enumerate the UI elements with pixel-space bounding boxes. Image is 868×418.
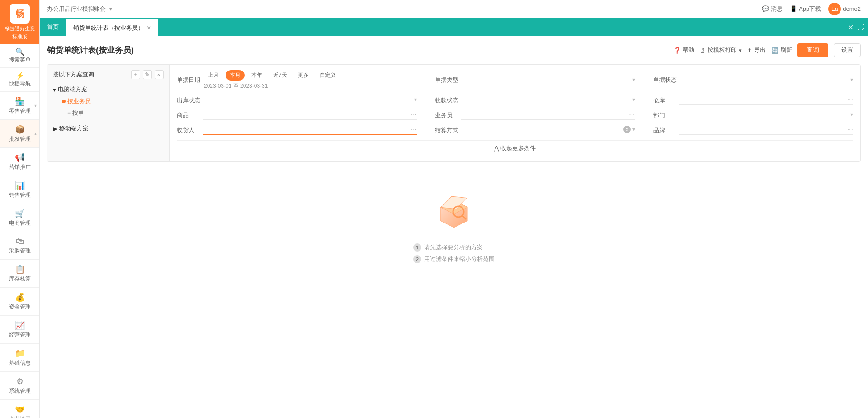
refresh-button[interactable]: 🔄 刷新 — [771, 46, 792, 54]
empty-tip-2: 2 用过滤条件来缩小分析范围 — [413, 255, 495, 263]
scheme-sub-item-by-order[interactable]: ≡ 按单 — [53, 107, 164, 119]
sidebar-item-sales[interactable]: 📊 销售管理 — [0, 176, 39, 204]
tab-close-button[interactable]: ✕ — [146, 25, 151, 31]
enterprise-icon: 🤝 — [15, 404, 25, 414]
sidebar-item-purchase[interactable]: 🛍 采购管理 — [0, 232, 39, 260]
sidebar-item-retail[interactable]: 🏪 零售管理 ▾ — [0, 92, 39, 120]
sidebar-item-operations[interactable]: 📈 经营管理 — [0, 316, 39, 344]
receipt-label: 收款状态 — [435, 96, 458, 104]
collapse-panel-button[interactable]: « — [155, 70, 164, 79]
date-btn-this-month[interactable]: 本月 — [226, 70, 245, 81]
collapse-icon: ⋀ — [494, 145, 499, 152]
sidebar-item-enterprise[interactable]: 🤝 企业协同 — [0, 400, 39, 418]
goods-dots[interactable]: ··· — [411, 110, 417, 119]
sidebar-item-ecommerce[interactable]: 🛒 电商管理 — [0, 204, 39, 232]
template-print-label: 按模板打印 — [708, 46, 737, 54]
app-download-button[interactable]: 📱 App下载 — [790, 5, 821, 13]
date-btn-7days[interactable]: 近7天 — [269, 70, 291, 81]
sidebar-item-wholesale[interactable]: 📦 批发管理 ▴ — [0, 120, 39, 148]
filter-row-4: 收货人 ··· 结算方式 ✕ ▾ — [177, 125, 853, 135]
marketing-icon: 📢 — [15, 152, 25, 162]
purchase-label: 采购管理 — [9, 247, 31, 255]
receipt-arrow[interactable]: ▾ — [632, 96, 635, 103]
stock-out-field: 出库状态 ▾ — [177, 96, 417, 104]
settlement-arrow[interactable]: ▾ — [632, 126, 635, 133]
user-menu[interactable]: Ea demo2 — [828, 3, 861, 15]
message-icon: 💬 — [762, 5, 769, 12]
sales-icon: 📊 — [15, 180, 25, 190]
enterprise-label: 企业协同 — [9, 415, 31, 418]
date-btn-this-year[interactable]: 本年 — [247, 70, 266, 81]
doc-type-input[interactable]: ▾ — [462, 76, 635, 84]
brand-input[interactable]: ··· — [679, 125, 854, 135]
consignee-input[interactable]: ··· — [203, 125, 417, 135]
settings-button[interactable]: 设置 — [834, 43, 861, 57]
sidebar-nav: 🏪 零售管理 ▾ 📦 批发管理 ▴ 📢 营销推广 📊 销售管理 🛒 电商管理 🛍… — [0, 92, 39, 418]
sidebar-item-inventory[interactable]: 📋 库存核算 — [0, 260, 39, 288]
consignee-dots[interactable]: ··· — [411, 125, 417, 133]
sidebar-item-finance[interactable]: 💰 资金管理 — [0, 288, 39, 316]
tip-num-2: 2 — [413, 255, 421, 263]
pc-scheme-group-title[interactable]: ▾ 电脑端方案 — [53, 84, 164, 95]
doc-type-arrow[interactable]: ▾ — [632, 76, 635, 83]
collapse-bar[interactable]: ⋀ 收起更多条件 — [177, 140, 853, 156]
system-label: 系统管理 — [9, 387, 31, 395]
tab-close-ctrl[interactable]: ✕ — [848, 23, 854, 32]
logo-sub: 标准版 — [12, 33, 27, 40]
tip-text-1: 请先选择要分析的方案 — [424, 243, 483, 252]
salesman-dots[interactable]: ··· — [629, 110, 635, 119]
export-icon: ⬆ — [747, 47, 752, 54]
sidebar: 畅 畅捷通好生意 标准版 🔍 搜索菜单 ⚡ 快捷导航 🏪 零售管理 ▾ 📦 批发… — [0, 0, 40, 418]
retail-icon: 🏪 — [15, 96, 25, 106]
date-btn-more[interactable]: 更多 — [294, 70, 313, 81]
doc-status-field: 单据状态 ▾ — [653, 76, 854, 84]
help-button[interactable]: ❓ 帮助 — [674, 46, 694, 54]
edit-scheme-button[interactable]: ✎ — [143, 70, 152, 79]
dept-arrow[interactable]: ▾ — [850, 111, 853, 118]
filter-left-panel: 按以下方案查询 ＋ ✎ « ▾ 电脑端方案 — [47, 65, 170, 162]
receipt-input[interactable]: ▾ — [462, 96, 635, 104]
topbar-dropdown-arrow[interactable]: ▾ — [109, 6, 112, 12]
template-print-button[interactable]: 🖨 按模板打印 ▾ — [700, 46, 742, 54]
inventory-label: 库存核算 — [9, 275, 31, 283]
sidebar-search[interactable]: 🔍 搜索菜单 — [0, 44, 39, 68]
logo-icon: 畅 — [10, 4, 30, 24]
warehouse-field: 仓库 ··· — [653, 95, 854, 105]
filter-left-title: 按以下方案查询 — [53, 71, 94, 79]
query-button[interactable]: 查询 — [797, 43, 828, 57]
doc-status-arrow[interactable]: ▾ — [850, 76, 853, 83]
mobile-scheme-group-title[interactable]: ▶ 移动端方案 — [53, 123, 164, 134]
add-scheme-button[interactable]: ＋ — [131, 70, 140, 79]
goods-input[interactable]: ··· — [203, 110, 417, 120]
stock-out-arrow[interactable]: ▾ — [414, 96, 417, 103]
empty-icon — [431, 189, 476, 234]
sidebar-item-system[interactable]: ⚙ 系统管理 — [0, 372, 39, 400]
date-btn-custom[interactable]: 自定义 — [316, 70, 340, 81]
brand-dots[interactable]: ··· — [847, 125, 853, 133]
tab-sales-stat[interactable]: 销货单统计表（按业务员） ✕ — [66, 19, 158, 37]
settlement-field: 结算方式 ✕ ▾ — [435, 126, 635, 134]
date-btn-last-month[interactable]: 上月 — [204, 70, 223, 81]
tab-home[interactable]: 首页 — [40, 18, 66, 36]
doc-status-input[interactable]: ▾ — [680, 76, 854, 84]
stock-out-input[interactable]: ▾ — [204, 96, 417, 104]
sidebar-item-marketing[interactable]: 📢 营销推广 — [0, 148, 39, 176]
mobile-group-arrow: ▶ — [53, 125, 57, 132]
dept-input[interactable]: ▾ — [679, 111, 854, 119]
scheme-item-by-salesman[interactable]: 按业务员 — [53, 95, 164, 107]
warehouse-dots[interactable]: ··· — [847, 95, 853, 104]
sidebar-logo[interactable]: 畅 畅捷通好生意 标准版 — [0, 0, 39, 44]
warehouse-input[interactable]: ··· — [679, 95, 854, 105]
sidebar-item-basic-info[interactable]: 📁 基础信息 — [0, 344, 39, 372]
tab-controls: ✕ ⛶ — [848, 23, 868, 32]
finance-icon: 💰 — [15, 292, 25, 302]
settlement-clear-button[interactable]: ✕ — [623, 126, 631, 133]
settlement-input[interactable]: ✕ ▾ — [462, 126, 635, 134]
tab-expand-ctrl[interactable]: ⛶ — [857, 23, 864, 31]
date-range-display: 2023-03-01 至 2023-03-31 — [204, 82, 417, 90]
salesman-input[interactable]: ··· — [461, 110, 635, 120]
print-arrow: ▾ — [739, 47, 742, 54]
sidebar-quick-nav[interactable]: ⚡ 快捷导航 — [0, 68, 39, 92]
export-button[interactable]: ⬆ 导出 — [747, 46, 766, 54]
message-button[interactable]: 💬 消息 — [762, 5, 783, 13]
